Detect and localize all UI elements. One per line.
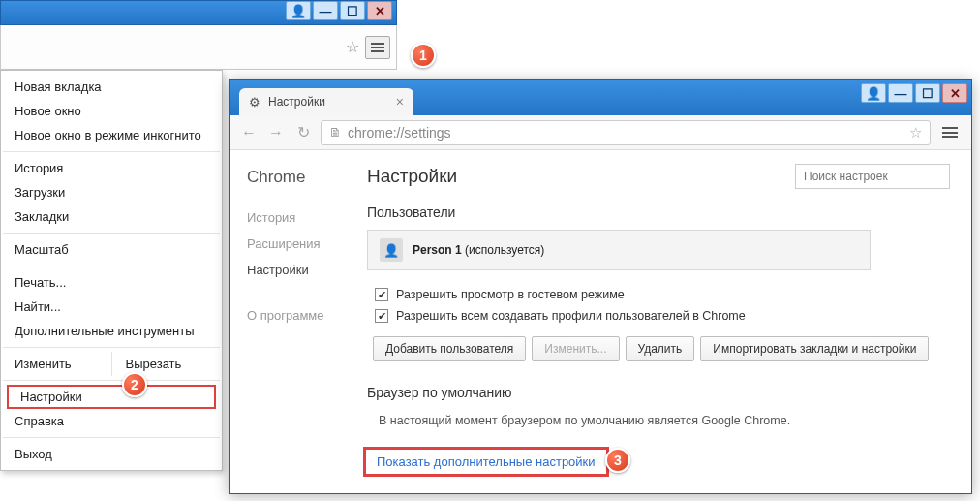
step-badge-3: 3: [605, 448, 630, 473]
maximize-button[interactable]: ☐: [915, 83, 940, 103]
maximize-button[interactable]: ☐: [340, 1, 365, 20]
menu-separator: [3, 151, 220, 152]
tab-close-icon[interactable]: ×: [396, 94, 404, 110]
default-browser-text: В настоящий момент браузером по умолчани…: [367, 410, 950, 427]
sidebar-item-about[interactable]: О программе: [247, 302, 355, 329]
import-bookmarks-button[interactable]: Импортировать закладки и настройки: [700, 336, 929, 361]
current-user-row[interactable]: 👤 Person 1 (используется): [367, 230, 871, 270]
menu-edit-row: Изменить Вырезать: [1, 352, 222, 376]
bg-window-titlebar: 👤 — ☐ ✕: [0, 0, 397, 25]
menu-new-tab[interactable]: Новая вкладка: [1, 75, 222, 99]
menu-separator: [3, 380, 220, 381]
menu-incognito[interactable]: Новое окно в режиме инкогнито: [1, 123, 222, 147]
minimize-button[interactable]: —: [888, 83, 913, 103]
menu-separator: [3, 266, 220, 266]
checkbox-label: Разрешить просмотр в гостевом режиме: [396, 288, 625, 301]
settings-content: Настройки Пользователи 👤 Person 1 (испол…: [355, 150, 971, 493]
menu-print[interactable]: Печать...: [1, 270, 222, 295]
menu-edit[interactable]: Изменить: [1, 352, 112, 376]
menu-more-tools[interactable]: Дополнительные инструменты: [1, 319, 222, 343]
menu-find[interactable]: Найти...: [1, 295, 222, 319]
nav-back-button[interactable]: ←: [239, 124, 259, 141]
user-button[interactable]: 👤: [286, 1, 311, 20]
allow-profiles-checkbox-row[interactable]: ✔ Разрешить всем создавать профили польз…: [367, 305, 950, 327]
menu-exit[interactable]: Выход: [1, 442, 222, 466]
sidebar-item-extensions[interactable]: Расширения: [247, 231, 355, 257]
browser-tab[interactable]: ⚙ Настройки ×: [239, 88, 413, 115]
menu-bookmarks[interactable]: Закладки: [1, 204, 222, 229]
menu-new-window[interactable]: Новое окно: [1, 99, 222, 123]
chrome-main-menu: Новая вкладка Новое окно Новое окно в ре…: [0, 70, 223, 471]
show-advanced-link[interactable]: Показать дополнительные настройки: [377, 454, 596, 469]
checkbox-label: Разрешить всем создавать профили пользов…: [396, 309, 746, 323]
menu-help[interactable]: Справка: [1, 409, 222, 433]
settings-sidebar: Chrome История Расширения Настройки О пр…: [230, 150, 355, 493]
settings-window: ⚙ Настройки × 👤 — ☐ ✕ ← → ↻ 🗎 chrome://s…: [229, 79, 972, 494]
settings-search-input[interactable]: [795, 164, 950, 189]
window-titlebar: ⚙ Настройки × 👤 — ☐ ✕: [230, 80, 971, 115]
reload-button[interactable]: ↻: [293, 123, 313, 141]
address-bar[interactable]: 🗎 chrome://settings ☆: [321, 120, 931, 145]
checkbox-checked-icon[interactable]: ✔: [375, 288, 388, 301]
users-heading: Пользователи: [367, 204, 950, 220]
checkbox-checked-icon[interactable]: ✔: [375, 309, 388, 323]
bookmark-star-icon[interactable]: ☆: [909, 124, 922, 141]
menu-downloads[interactable]: Загрузки: [1, 180, 222, 204]
menu-history[interactable]: История: [1, 156, 222, 180]
sidebar-item-history[interactable]: История: [247, 204, 355, 231]
minimize-button[interactable]: —: [313, 1, 338, 20]
default-browser-heading: Браузер по умолчанию: [367, 385, 950, 400]
hamburger-icon: [942, 127, 958, 138]
close-button[interactable]: ✕: [367, 1, 392, 20]
guest-browsing-checkbox-row[interactable]: ✔ Разрешить просмотр в гостевом режиме: [367, 284, 950, 305]
close-button[interactable]: ✕: [942, 83, 967, 103]
page-icon: 🗎: [329, 125, 342, 140]
main-menu-button[interactable]: [938, 122, 962, 143]
tab-title: Настройки: [268, 95, 325, 109]
avatar-icon: 👤: [380, 238, 403, 262]
address-bar-row: ← → ↻ 🗎 chrome://settings ☆: [230, 115, 971, 150]
sidebar-item-settings[interactable]: Настройки: [247, 257, 355, 283]
menu-zoom[interactable]: Масштаб: [1, 237, 222, 262]
menu-separator: [3, 437, 220, 438]
user-label: Person 1 (используется): [413, 243, 544, 257]
step-badge-2: 2: [122, 372, 147, 397]
menu-separator: [3, 347, 220, 348]
main-menu-button[interactable]: [365, 36, 390, 59]
add-user-button[interactable]: Добавить пользователя: [373, 336, 526, 361]
gear-icon: ⚙: [249, 95, 260, 110]
nav-forward-button[interactable]: →: [266, 124, 286, 141]
hamburger-icon: [371, 43, 384, 52]
url-text: chrome://settings: [348, 125, 451, 141]
edit-user-button[interactable]: Изменить...: [532, 336, 619, 361]
bg-window-toolbar: ☆: [0, 25, 397, 70]
step-badge-1: 1: [411, 43, 436, 68]
user-button[interactable]: 👤: [861, 83, 886, 103]
bookmark-star-icon[interactable]: ☆: [346, 38, 359, 56]
chrome-brand: Chrome: [247, 168, 355, 187]
delete-user-button[interactable]: Удалить: [626, 336, 695, 361]
menu-separator: [3, 233, 220, 234]
menu-settings[interactable]: Настройки: [7, 385, 216, 409]
